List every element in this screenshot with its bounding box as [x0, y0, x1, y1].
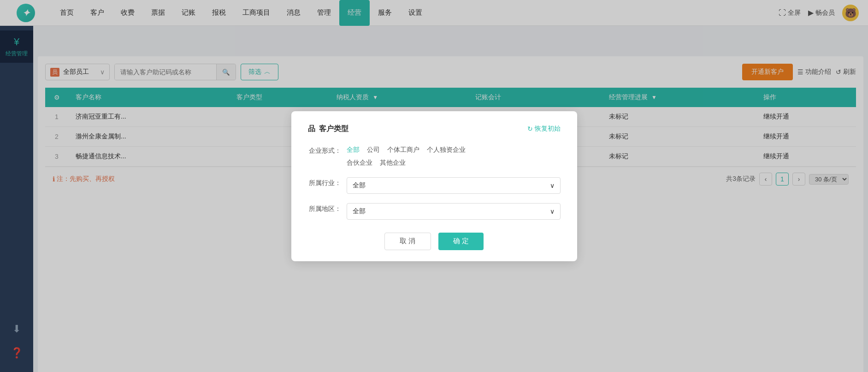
industry-form-row: 所属行业： 全部 ∨ — [308, 177, 561, 194]
industry-select-container: 全部 ∨ — [347, 177, 561, 194]
modal-header: 品 客户类型 ↻ 恢复初始 — [308, 124, 561, 134]
industry-dropdown-icon: ∨ — [550, 182, 555, 189]
modal-title: 品 客户类型 — [308, 124, 348, 134]
confirm-button[interactable]: 确 定 — [438, 233, 484, 250]
enterprise-option-company[interactable]: 公司 — [367, 145, 380, 155]
modal-reset-button[interactable]: ↻ 恢复初始 — [527, 125, 561, 133]
enterprise-option-sole[interactable]: 个体工商户 — [387, 145, 419, 155]
modal-title-text: 客户类型 — [319, 124, 348, 134]
enterprise-form-row: 企业形式： 全部 公司 个体工商户 个人独资企业 合伙企业 其他企业 — [308, 145, 561, 168]
region-select[interactable]: 全部 ∨ — [347, 203, 561, 220]
reset-icon: ↻ — [527, 125, 533, 132]
reset-label: 恢复初始 — [535, 125, 561, 133]
region-value: 全部 — [353, 207, 366, 216]
modal-overlay: 品 客户类型 ↻ 恢复初始 企业形式： 全部 公司 个体工商户 个人独资企业 合… — [0, 0, 868, 372]
enterprise-form-content: 全部 公司 个体工商户 个人独资企业 合伙企业 其他企业 — [347, 145, 561, 168]
industry-value: 全部 — [353, 181, 366, 190]
modal-title-icon: 品 — [308, 124, 315, 134]
modal-footer: 取 消 确 定 — [308, 233, 561, 250]
enterprise-form-label: 企业形式： — [308, 145, 341, 155]
region-form-row: 所属地区： 全部 ∨ — [308, 203, 561, 220]
filter-modal: 品 客户类型 ↻ 恢复初始 企业形式： 全部 公司 个体工商户 个人独资企业 合… — [291, 111, 577, 261]
enterprise-option-all[interactable]: 全部 — [347, 145, 360, 155]
industry-select[interactable]: 全部 ∨ — [347, 177, 561, 194]
enterprise-option-fdi[interactable]: 个人独资企业 — [427, 145, 466, 155]
enterprise-options-row2: 合伙企业 其他企业 — [347, 158, 561, 168]
region-select-container: 全部 ∨ — [347, 203, 561, 220]
region-dropdown-icon: ∨ — [550, 208, 555, 215]
enterprise-option-other[interactable]: 其他企业 — [380, 158, 406, 168]
industry-label: 所属行业： — [308, 177, 341, 187]
enterprise-options-row1: 全部 公司 个体工商户 个人独资企业 — [347, 145, 561, 155]
region-label: 所属地区： — [308, 203, 341, 213]
enterprise-option-partnership[interactable]: 合伙企业 — [347, 158, 372, 168]
cancel-button[interactable]: 取 消 — [384, 233, 431, 250]
